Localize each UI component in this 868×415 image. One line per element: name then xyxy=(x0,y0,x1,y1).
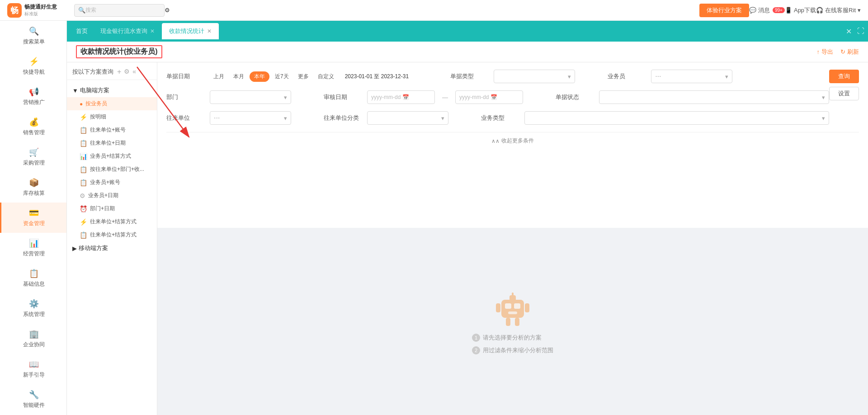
collapse-label: 收起更多条件 xyxy=(501,137,534,145)
sidebar-item-label: 基础信息 xyxy=(23,280,45,288)
date-range-divider: — xyxy=(442,94,448,101)
tab-receivable-stats[interactable]: 收款情况统计 ✕ xyxy=(162,23,219,39)
user-avatar[interactable]: Rit ▾ xyxy=(849,7,861,14)
scheme-item-partner-account[interactable]: 📋 往来单位+账号 xyxy=(67,123,157,137)
tree-mobile-expand-icon: ▶ xyxy=(72,245,77,252)
close-all-icon[interactable]: ✕ xyxy=(846,27,852,36)
funds-icon: 💳 xyxy=(29,208,39,218)
voucher-type-select[interactable]: ▾ xyxy=(494,70,575,83)
sidebar-item-inventory[interactable]: 📦 库存核算 xyxy=(0,172,66,203)
scheme-item-by-salesman[interactable]: ● 按业务员 xyxy=(67,97,157,110)
refresh-button[interactable]: ↻ 刷新 xyxy=(840,48,859,56)
date-tab-this-year[interactable]: 本年 xyxy=(250,71,269,82)
date-tab-this-month[interactable]: 本月 xyxy=(230,71,248,82)
sales-icon: 💰 xyxy=(29,117,39,127)
right-area: 单据日期 上月 本月 本年 近7天 更多 自定义 2023-01-01 至 20… xyxy=(157,62,868,415)
tree-group-mobile-label[interactable]: ▶ 移动端方案 xyxy=(67,241,157,255)
voucher-status-select[interactable]: ▾ xyxy=(599,90,829,104)
scheme-item-dept-date[interactable]: ⏰ 部门+日期 xyxy=(67,202,157,215)
review-date-start[interactable]: yyyy-mm-dd 📅 xyxy=(367,90,435,104)
scheme-item-salesman-settle[interactable]: 📊 业务员+结算方式 xyxy=(67,150,157,163)
filter-row-1: 单据日期 上月 本月 本年 近7天 更多 自定义 2023-01-01 至 20… xyxy=(166,70,829,83)
scheme-item-partner-date[interactable]: 📋 往来单位+日期 xyxy=(67,137,157,150)
sidebar-item-hardware[interactable]: 🔧 智能硬件 xyxy=(0,384,66,415)
scheme-item-salesman-account[interactable]: 📋 业务员+账号 xyxy=(67,176,157,189)
scheme-item-partner-dept[interactable]: 📋 按往来单位+部门+收... xyxy=(67,163,157,176)
app-download-item[interactable]: 📱 App下载 xyxy=(785,6,816,14)
scheme-item-salesman-date[interactable]: ⚙ 业务员+日期 xyxy=(67,189,157,202)
sidebar-item-enterprise[interactable]: 🏢 企业协同 xyxy=(0,324,66,354)
date-tab-7days[interactable]: 近7天 xyxy=(271,71,292,82)
query-button[interactable]: 查询 xyxy=(829,70,859,83)
sidebar-item-search[interactable]: 🔍 搜索菜单 xyxy=(0,21,66,51)
date-tabs: 上月 本月 本年 近7天 更多 自定义 xyxy=(210,71,338,82)
messages-label: 消息 xyxy=(758,6,770,14)
counterpart-select[interactable]: ··· ▾ xyxy=(210,111,291,125)
svg-rect-9 xyxy=(525,303,529,312)
scheme-settings-icon[interactable]: ⚙ xyxy=(124,68,130,76)
tree-group-desktop-label[interactable]: ▼ 电脑端方案 xyxy=(67,84,157,97)
empty-tips: 请先选择要分析的方案 用过滤条件来缩小分析范围 xyxy=(472,331,553,357)
refresh-label: 刷新 xyxy=(847,48,859,56)
scheme-item-label: 部门+日期 xyxy=(90,205,115,212)
filter-top-row: 单据日期 上月 本月 本年 近7天 更多 自定义 2023-01-01 至 20… xyxy=(166,70,859,132)
search-icon: 🔍 xyxy=(78,7,85,14)
tree-group-mobile: ▶ 移动端方案 xyxy=(67,241,157,255)
sidebar-item-purchase[interactable]: 🛒 采购管理 xyxy=(0,142,66,172)
sidebar-item-system[interactable]: ⚙️ 系统管理 xyxy=(0,293,66,324)
settings-button[interactable]: 设置 xyxy=(829,87,859,100)
tab-cash-flow-label: 现金银行流水查询 xyxy=(100,27,147,35)
partner-dept-icon: 📋 xyxy=(80,166,87,173)
voucher-type-label: 单据类型 xyxy=(450,72,486,80)
salesman-settle-icon: 📊 xyxy=(80,153,87,160)
partner-account-icon: 📋 xyxy=(80,127,87,134)
scheme-item-partner-settle1[interactable]: ⚡ 往来单位+结算方式 xyxy=(67,215,157,228)
dept-select[interactable]: ▾ xyxy=(210,90,291,104)
app-icon: 📱 xyxy=(785,7,792,14)
sidebar-item-marketing[interactable]: 📢 营销推广 xyxy=(0,81,66,112)
tab-receivable-stats-close[interactable]: ✕ xyxy=(207,28,212,34)
page-header: 收款情况统计(按业务员) ↑ 导出 ↻ 刷新 xyxy=(67,42,868,62)
online-service-item[interactable]: 🎧 在线客服 xyxy=(816,6,849,14)
tab-cash-flow-close[interactable]: ✕ xyxy=(150,28,155,34)
header-gear[interactable]: ⚙ xyxy=(165,7,174,14)
trial-button[interactable]: 体验行业方案 xyxy=(699,4,749,17)
sidebar-item-quicknav[interactable]: ⚡ 快捷导航 xyxy=(0,51,66,81)
add-scheme-button[interactable]: + xyxy=(117,68,121,76)
date-tab-last-month[interactable]: 上月 xyxy=(210,71,228,82)
scheme-item-partner-settle2[interactable]: 📋 往来单位+结算方式 xyxy=(67,228,157,241)
sidebar-item-sales[interactable]: 💰 销售管理 xyxy=(0,112,66,142)
business-type-select[interactable]: ▾ xyxy=(524,111,829,125)
scheme-item-label: 按明细 xyxy=(90,113,106,121)
svg-rect-2 xyxy=(501,300,524,318)
export-button[interactable]: ↑ 导出 xyxy=(817,48,834,56)
messages-item[interactable]: 💬 消息 99+ xyxy=(749,6,785,14)
tab-home[interactable]: 首页 xyxy=(71,27,93,35)
date-tab-more[interactable]: 更多 xyxy=(294,71,312,82)
collapse-bar[interactable]: ∧∧ 收起更多条件 xyxy=(166,132,859,149)
scheme-item-label: 业务员+账号 xyxy=(90,179,120,186)
date-tab-custom[interactable]: 自定义 xyxy=(314,71,338,82)
counterpart-category-select[interactable]: ▾ xyxy=(367,111,448,125)
svg-rect-4 xyxy=(514,303,520,309)
page-title: 收款情况统计(按业务员) xyxy=(76,45,162,58)
salesman-select[interactable]: ··· ▾ xyxy=(651,70,732,83)
sidebar-item-guide[interactable]: 📖 新手引导 xyxy=(0,354,66,384)
scheme-collapse-icon[interactable]: « xyxy=(132,68,136,76)
counterpart-category-label: 往来单位分类 xyxy=(324,114,360,122)
header-search[interactable]: 🔍 搜索 xyxy=(74,4,165,17)
tree-expand-icon: ▼ xyxy=(72,87,78,94)
sidebar-item-operations[interactable]: 📊 经营管理 xyxy=(0,233,66,263)
scheme-item-detail[interactable]: ⚡ 按明细 xyxy=(67,110,157,123)
online-service-label: 在线客服 xyxy=(825,6,849,14)
review-date-end[interactable]: yyyy-mm-dd 📅 xyxy=(455,90,523,104)
sidebar-item-label: 采购管理 xyxy=(23,159,45,167)
dots-counterpart-icon: ··· xyxy=(214,114,220,122)
chevron-down-icon: ▾ xyxy=(725,73,728,80)
counterpart-filter-label: 往来单位 xyxy=(166,114,203,122)
sidebar-item-basic[interactable]: 📋 基础信息 xyxy=(0,263,66,293)
sidebar-item-funds[interactable]: 💳 资金管理 xyxy=(0,203,66,233)
maximize-icon[interactable]: ⛶ xyxy=(857,27,864,35)
export-icon: ↑ xyxy=(817,48,820,55)
tab-cash-flow[interactable]: 现金银行流水查询 ✕ xyxy=(93,23,162,39)
